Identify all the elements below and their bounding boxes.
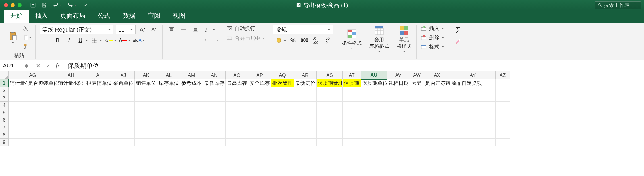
column-header-AM[interactable]: AM	[180, 71, 203, 79]
column-header-AL[interactable]: AL	[157, 71, 180, 79]
cell-AM9[interactable]	[180, 139, 203, 146]
cell-AQ3[interactable]	[271, 94, 294, 102]
cell-AX9[interactable]	[424, 139, 450, 146]
cell-AV5[interactable]	[387, 109, 410, 116]
column-header-AP[interactable]: AP	[248, 71, 271, 79]
tab-公式[interactable]: 公式	[92, 9, 117, 23]
cell-AK5[interactable]	[135, 109, 157, 116]
cell-AK4[interactable]	[135, 102, 157, 109]
cell-AG2[interactable]	[9, 87, 57, 94]
tab-插入[interactable]: 插入	[29, 9, 54, 23]
cell-AK1[interactable]: 销售单位	[135, 79, 157, 87]
cell-AZ8[interactable]	[496, 131, 510, 139]
cell-AL9[interactable]	[157, 139, 180, 146]
name-box-stepper[interactable]	[25, 64, 28, 68]
cell-AH9[interactable]	[57, 139, 85, 146]
row-header-4[interactable]: 4	[0, 102, 9, 109]
search-input[interactable]	[604, 2, 638, 8]
orientation-button[interactable]: ab	[202, 25, 212, 34]
cell-AX7[interactable]	[424, 124, 450, 131]
cell-AI1[interactable]: 报表辅单位	[85, 79, 112, 87]
cell-AZ9[interactable]	[496, 139, 510, 146]
cell-AI8[interactable]	[85, 131, 112, 139]
cell-AP2[interactable]	[248, 87, 271, 94]
column-header-AU[interactable]: AU	[361, 71, 387, 79]
chevron-down-icon[interactable]	[213, 29, 215, 30]
cell-AQ8[interactable]	[271, 131, 294, 139]
cell-AU7[interactable]	[361, 124, 387, 131]
decrease-indent-button[interactable]	[202, 36, 212, 45]
cell-AK8[interactable]	[135, 131, 157, 139]
cell-AZ2[interactable]	[496, 87, 510, 94]
cell-AP7[interactable]	[248, 124, 271, 131]
cell-AU9[interactable]	[361, 139, 387, 146]
cell-AT5[interactable]	[343, 109, 361, 116]
cell-AI5[interactable]	[85, 109, 112, 116]
column-header-AI[interactable]: AI	[85, 71, 112, 79]
cell-AH1[interactable]: 辅计量4条码	[57, 79, 85, 87]
cell-AI6[interactable]	[85, 116, 112, 124]
cell-AG7[interactable]	[9, 124, 57, 131]
redo-button[interactable]	[68, 2, 77, 8]
cell-AZ3[interactable]	[496, 94, 510, 102]
qat-customize-button[interactable]	[82, 2, 88, 8]
cell-AG5[interactable]	[9, 109, 57, 116]
align-middle-button[interactable]	[178, 25, 188, 34]
column-header-AK[interactable]: AK	[135, 71, 157, 79]
chevron-down-icon[interactable]	[86, 40, 88, 41]
chevron-down-icon[interactable]	[284, 40, 286, 41]
cell-AQ5[interactable]	[271, 109, 294, 116]
cell-AO5[interactable]	[226, 109, 248, 116]
cell-AY1[interactable]: 商品自定义项	[450, 79, 496, 87]
bold-button[interactable]: B	[53, 36, 62, 45]
cell-AY4[interactable]	[450, 102, 496, 109]
cell-AU5[interactable]	[361, 109, 387, 116]
percent-button[interactable]: %	[288, 36, 298, 45]
cell-AN6[interactable]	[203, 116, 226, 124]
column-header-AN[interactable]: AN	[203, 71, 226, 79]
cell-AU6[interactable]	[361, 116, 387, 124]
cell-AK6[interactable]	[135, 116, 157, 124]
cell-AT2[interactable]	[343, 87, 361, 94]
cell-AJ9[interactable]	[112, 139, 135, 146]
cell-AO2[interactable]	[226, 87, 248, 94]
column-header-AO[interactable]: AO	[226, 71, 248, 79]
cell-AL6[interactable]	[157, 116, 180, 124]
cell-AW6[interactable]	[410, 116, 424, 124]
cell-AO7[interactable]	[226, 124, 248, 131]
cell-AM2[interactable]	[180, 87, 203, 94]
cell-AR2[interactable]	[294, 87, 317, 94]
cell-AM1[interactable]: 参考成本	[180, 79, 203, 87]
cell-AN8[interactable]	[203, 131, 226, 139]
cell-AP1[interactable]: 安全库存	[248, 79, 271, 87]
cell-AQ6[interactable]	[271, 116, 294, 124]
column-header-AJ[interactable]: AJ	[112, 71, 135, 79]
tab-视图[interactable]: 视图	[167, 9, 192, 23]
cell-AJ6[interactable]	[112, 116, 135, 124]
cell-AH8[interactable]	[57, 131, 85, 139]
align-bottom-button[interactable]	[190, 25, 200, 34]
cell-styles-button[interactable]: 单元 格样式	[396, 25, 412, 53]
cell-AO1[interactable]: 最高库存	[226, 79, 248, 87]
cell-AS5[interactable]	[317, 109, 343, 116]
chevron-down-icon[interactable]	[142, 40, 145, 41]
cell-AV8[interactable]	[387, 131, 410, 139]
cell-AQ9[interactable]	[271, 139, 294, 146]
font-size-combo[interactable]: 11	[116, 25, 136, 34]
cell-AM8[interactable]	[180, 131, 203, 139]
formula-input[interactable]: 保质期单位	[64, 62, 644, 70]
cell-AT6[interactable]	[343, 116, 361, 124]
tab-页面布局[interactable]: 页面布局	[54, 9, 92, 23]
cell-AX1[interactable]: 是否走冻链	[424, 79, 450, 87]
cell-AX3[interactable]	[424, 94, 450, 102]
cell-AO8[interactable]	[226, 131, 248, 139]
copy-button[interactable]	[23, 34, 31, 40]
cell-AN7[interactable]	[203, 124, 226, 131]
increase-decimal-button[interactable]: .0.00	[311, 36, 320, 45]
column-header-AS[interactable]: AS	[317, 71, 343, 79]
cell-AX5[interactable]	[424, 109, 450, 116]
cell-AP6[interactable]	[248, 116, 271, 124]
select-all-corner[interactable]	[0, 71, 9, 79]
cell-AQ7[interactable]	[271, 124, 294, 131]
cell-AW5[interactable]	[410, 109, 424, 116]
